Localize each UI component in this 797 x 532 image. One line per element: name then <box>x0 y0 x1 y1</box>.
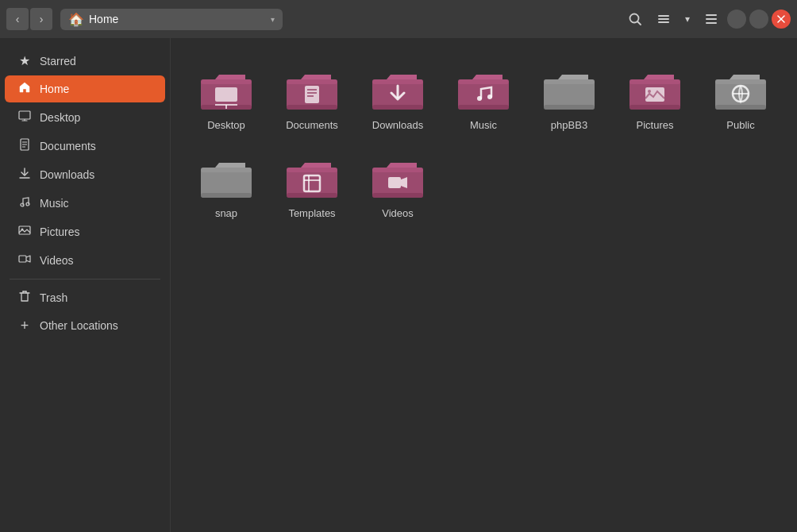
svg-rect-3 <box>658 18 669 20</box>
svg-rect-41 <box>372 79 423 84</box>
location-bar[interactable]: 🏠 Home ▾ <box>60 9 283 30</box>
folder-icon-phpbb3 <box>541 65 598 113</box>
file-item-public[interactable]: Public <box>701 57 780 139</box>
sidebar: ★ Starred Home Desktop <box>0 38 171 532</box>
view-dropdown-button[interactable]: ▾ <box>680 6 695 32</box>
sidebar-label-trash: Trash <box>40 291 67 304</box>
file-label-public: Public <box>726 119 754 131</box>
sidebar-item-other-locations[interactable]: + Other Locations <box>5 313 165 338</box>
file-grid: Desktop Documents Downloads <box>187 57 781 227</box>
search-icon <box>628 12 642 26</box>
back-button[interactable]: ‹ <box>6 8 29 30</box>
file-item-snap[interactable]: snap <box>187 145 266 227</box>
svg-rect-7 <box>706 22 717 24</box>
file-item-music[interactable]: Music <box>444 57 523 139</box>
svg-rect-50 <box>544 79 595 84</box>
file-item-pictures[interactable]: Pictures <box>615 57 695 139</box>
file-label-documents: Documents <box>286 119 338 131</box>
svg-point-56 <box>648 90 651 93</box>
file-label-templates: Templates <box>288 207 335 219</box>
svg-point-47 <box>477 96 482 101</box>
file-label-snap: snap <box>215 207 237 219</box>
svg-rect-54 <box>630 105 680 110</box>
svg-rect-53 <box>630 79 680 84</box>
videos-icon <box>17 253 32 268</box>
sidebar-label-desktop: Desktop <box>40 111 80 124</box>
folder-icon-pictures <box>626 65 683 113</box>
sidebar-item-desktop[interactable]: Desktop <box>5 104 165 131</box>
location-dropdown-icon: ▾ <box>271 15 275 24</box>
file-label-phpbb3: phpBB3 <box>551 119 587 131</box>
file-label-downloads: Downloads <box>372 119 423 131</box>
sidebar-label-downloads: Downloads <box>40 168 94 181</box>
maximize-button[interactable] <box>749 10 768 29</box>
file-area: Desktop Documents Downloads <box>171 38 797 532</box>
svg-rect-34 <box>287 79 337 84</box>
svg-point-0 <box>630 14 639 23</box>
svg-rect-21 <box>19 226 30 234</box>
folder-icon-desktop <box>198 65 255 113</box>
svg-rect-46 <box>458 105 509 110</box>
music-icon <box>17 195 32 211</box>
folder-icon-videos <box>369 153 426 201</box>
svg-rect-35 <box>287 105 337 110</box>
downloads-icon <box>17 167 32 183</box>
folder-icon-snap <box>198 153 255 201</box>
svg-rect-36 <box>305 86 319 103</box>
sidebar-item-documents[interactable]: Documents <box>5 133 165 160</box>
titlebar-actions: ▾ <box>622 6 791 32</box>
menu-button[interactable] <box>699 6 724 32</box>
trash-icon <box>17 290 32 306</box>
close-button[interactable] <box>772 10 791 29</box>
home-sidebar-icon <box>17 81 32 97</box>
file-item-templates[interactable]: Templates <box>272 145 352 227</box>
svg-rect-4 <box>658 21 669 23</box>
svg-rect-51 <box>544 105 595 110</box>
sidebar-item-downloads[interactable]: Downloads <box>5 161 165 188</box>
forward-button[interactable]: › <box>30 8 52 30</box>
svg-rect-67 <box>287 193 337 198</box>
other-locations-icon: + <box>17 318 32 333</box>
svg-point-20 <box>26 202 29 206</box>
main-layout: ★ Starred Home Desktop <box>0 38 797 532</box>
sidebar-item-pictures[interactable]: Pictures <box>5 218 165 245</box>
svg-rect-74 <box>388 177 401 188</box>
svg-line-1 <box>638 22 641 25</box>
sidebar-separator <box>10 279 160 279</box>
svg-rect-30 <box>215 87 237 102</box>
svg-rect-66 <box>287 168 337 172</box>
file-label-pictures: Pictures <box>637 119 674 131</box>
file-item-videos[interactable]: Videos <box>358 145 437 227</box>
svg-rect-63 <box>201 168 252 172</box>
documents-icon <box>17 138 32 154</box>
view-list-button[interactable] <box>651 6 676 32</box>
sidebar-item-videos[interactable]: Videos <box>5 247 165 274</box>
svg-rect-28 <box>201 79 252 84</box>
sidebar-item-starred[interactable]: ★ Starred <box>5 48 165 74</box>
file-item-documents[interactable]: Documents <box>272 57 352 139</box>
star-icon: ★ <box>17 53 32 68</box>
file-item-downloads[interactable]: Downloads <box>358 57 437 139</box>
search-button[interactable] <box>622 6 648 32</box>
close-icon <box>777 15 785 23</box>
file-label-desktop: Desktop <box>207 119 245 131</box>
sidebar-label-videos: Videos <box>40 254 74 267</box>
sidebar-item-trash[interactable]: Trash <box>5 284 165 311</box>
file-item-desktop[interactable]: Desktop <box>187 57 266 139</box>
minimize-button[interactable] <box>727 10 746 29</box>
svg-rect-6 <box>706 18 717 20</box>
file-label-videos: Videos <box>382 207 414 219</box>
file-label-music: Music <box>470 119 497 131</box>
desktop-icon <box>17 110 32 125</box>
folder-icon-public <box>712 65 769 113</box>
svg-rect-10 <box>19 111 30 119</box>
svg-rect-2 <box>658 15 669 17</box>
location-label: Home <box>89 13 118 25</box>
sidebar-item-music[interactable]: Music <box>5 190 165 217</box>
folder-icon-documents <box>283 65 341 113</box>
file-item-phpbb3[interactable]: phpBB3 <box>529 57 609 139</box>
svg-rect-58 <box>715 79 766 84</box>
folder-icon-templates <box>283 153 341 201</box>
sidebar-item-home[interactable]: Home <box>5 75 165 102</box>
sidebar-label-documents: Documents <box>40 140 96 152</box>
